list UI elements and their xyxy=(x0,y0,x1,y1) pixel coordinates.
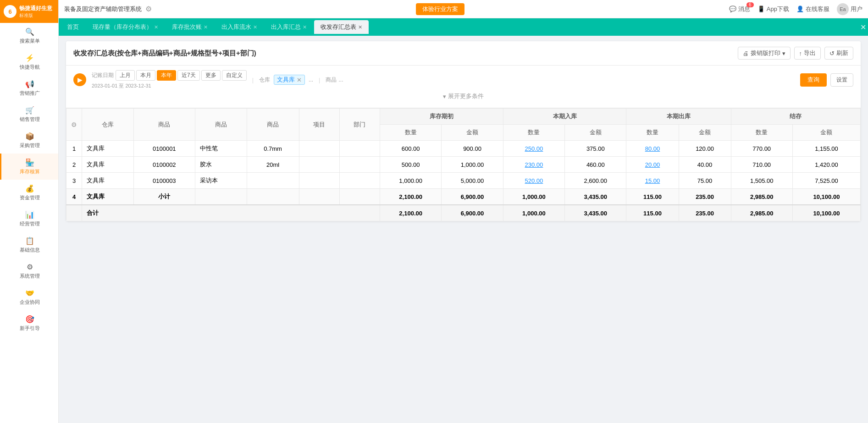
row-bal-amt: 1,420.00 xyxy=(792,157,860,173)
system-name: 装备及固定资产辅助管理系统 xyxy=(64,5,142,13)
row-in-qty[interactable]: 230.00 xyxy=(503,157,564,173)
sidebar-item-marketing[interactable]: 📢营销推广 xyxy=(0,75,58,101)
total-bal-qty: 2,985.00 xyxy=(731,205,792,221)
row-bal-qty: 770.00 xyxy=(731,141,792,157)
expand-more-button[interactable]: ▾ 展开更多条件 xyxy=(73,89,853,103)
tab-batch-account[interactable]: 库存批次账✕ xyxy=(166,20,214,34)
sidebar-item-search[interactable]: 🔍搜索菜单 xyxy=(0,23,58,49)
sidebar-item-quick-nav[interactable]: ⚡快捷导航 xyxy=(0,49,58,75)
sidebar-item-system[interactable]: ⚙系统管理 xyxy=(0,258,58,284)
row-out-amt: 235.00 xyxy=(679,189,731,205)
sidebar-icon-business: 📊 xyxy=(25,210,34,219)
online-service-button[interactable]: 👤 在线客服 xyxy=(796,5,829,13)
row-goods: 采访本 xyxy=(195,173,247,189)
sidebar-item-business[interactable]: 📊经营管理 xyxy=(0,206,58,232)
warehouse-tag-close-icon[interactable]: ✕ xyxy=(297,77,302,83)
sidebar-item-guide[interactable]: 🎯新手引导 xyxy=(0,310,58,336)
col-open-qty: 数量 xyxy=(380,125,441,141)
row-warehouse: 文具库 xyxy=(82,173,134,189)
tab-close-inout-summary[interactable]: ✕ xyxy=(303,24,307,30)
filter-settings-button[interactable]: 设置 xyxy=(830,73,853,87)
total-in-amt: 3,435.00 xyxy=(565,205,626,221)
tab-stock-dist[interactable]: 现存量（库存分布表）✕ xyxy=(86,20,165,34)
sidebar-item-sales[interactable]: 🛒销售管理 xyxy=(0,101,58,127)
table-row: 1 文具库 0100001 中性笔 0.7mm 600.00 900.00 25… xyxy=(66,141,861,157)
tab-close-batch-account[interactable]: ✕ xyxy=(204,24,208,30)
date-options: 上月本月本年近7天更多自定义 xyxy=(116,70,247,81)
col-bal-amt: 金额 xyxy=(792,125,860,141)
row-in-qty[interactable]: 520.00 xyxy=(503,173,564,189)
tab-inout-flow[interactable]: 出入库流水✕ xyxy=(215,20,264,34)
tab-label-batch-account: 库存批次账 xyxy=(172,23,202,31)
sidebar-icon-system: ⚙ xyxy=(27,263,33,271)
print-button[interactable]: 🖨 拨销版打印 ▾ xyxy=(738,47,791,60)
tab-label-inout-summary: 出入库汇总 xyxy=(271,23,301,31)
main-area: 装备及固定资产辅助管理系统 ⚙ 体验行业方案 💬 消息 6 📱 App下载 👤 … xyxy=(59,0,868,423)
tab-close-recv-send-summary[interactable]: ✕ xyxy=(358,24,362,30)
sidebar-item-finance[interactable]: 💰资金管理 xyxy=(0,180,58,206)
message-button[interactable]: 💬 消息 6 xyxy=(729,5,750,13)
col-goods-header: 商品 xyxy=(195,109,247,141)
warehouse-tag[interactable]: 文具库 ✕ xyxy=(274,75,305,85)
total-label: 合计 xyxy=(82,205,380,221)
date-option-4[interactable]: 更多 xyxy=(201,70,221,81)
sidebar: 6 畅捷通好生意 标准版 🔍搜索菜单⚡快捷导航📢营销推广🛒销售管理📦采购管理🏪库… xyxy=(0,0,59,423)
date-option-0[interactable]: 上月 xyxy=(116,70,135,81)
query-button[interactable]: 查询 xyxy=(800,73,827,87)
row-dept xyxy=(339,189,380,205)
settings-icon[interactable]: ⚙ xyxy=(145,5,152,13)
tab-home[interactable]: 首页 xyxy=(61,20,85,34)
row-out-amt: 75.00 xyxy=(679,173,731,189)
row-out-qty[interactable]: 15.00 xyxy=(626,173,679,189)
warehouse-more[interactable]: ... xyxy=(309,77,313,83)
table-settings-icon[interactable]: ⚙ xyxy=(71,121,77,128)
row-warehouse: 文具库 xyxy=(82,141,134,157)
row-out-qty[interactable]: 20.00 xyxy=(626,157,679,173)
row-no: 2 xyxy=(66,157,82,173)
page-content: 收发存汇总表(按仓库+商品编码+商品+规格型号+项目+部门) 🖨 拨销版打印 ▾… xyxy=(59,36,868,423)
tabs-container: 首页现存量（库存分布表）✕库存批次账✕出入库流水✕出入库汇总✕收发存汇总表✕ xyxy=(61,20,369,34)
tab-label-inout-flow: 出入库流水 xyxy=(221,23,251,31)
user-button[interactable]: Ea 用户 xyxy=(837,3,862,15)
row-bal-amt: 10,100.00 xyxy=(792,189,860,205)
row-dept xyxy=(339,173,380,189)
phone-icon: 📱 xyxy=(757,5,765,12)
row-in-amt: 3,435.00 xyxy=(565,189,626,205)
date-option-5[interactable]: 自定义 xyxy=(222,70,247,81)
goods-more[interactable]: ... xyxy=(338,77,343,83)
col-in-amt: 金额 xyxy=(565,125,626,141)
close-all-tabs-icon[interactable]: ✕ xyxy=(860,23,866,32)
sidebar-item-inventory[interactable]: 🏪库存核算 xyxy=(0,154,58,180)
sidebar-icon-guide: 🎯 xyxy=(25,315,34,324)
sidebar-item-basic[interactable]: 📋基础信息 xyxy=(0,232,58,258)
row-no: 1 xyxy=(66,141,82,157)
date-option-1[interactable]: 本月 xyxy=(136,70,155,81)
row-bal-amt: 7,525.00 xyxy=(792,173,860,189)
tab-bar: 首页现存量（库存分布表）✕库存批次账✕出入库流水✕出入库汇总✕收发存汇总表✕ ✕ xyxy=(59,18,868,36)
filter-warehouse-section: 仓库 文具库 ✕ ... xyxy=(259,75,313,85)
sidebar-icon-finance: 💰 xyxy=(25,184,34,193)
tab-close-inout-flow[interactable]: ✕ xyxy=(253,24,257,30)
sidebar-item-purchase[interactable]: 📦采购管理 xyxy=(0,127,58,154)
export-button[interactable]: ↑ 导出 xyxy=(794,47,821,60)
refresh-button[interactable]: ↺ 刷新 xyxy=(824,47,853,60)
date-option-3[interactable]: 近7天 xyxy=(177,70,200,81)
col-out-amt: 金额 xyxy=(679,125,731,141)
row-open-amt: 900.00 xyxy=(442,141,503,157)
row-code: 0100002 xyxy=(133,157,195,173)
sidebar-item-collab[interactable]: 🤝企业协同 xyxy=(0,284,58,310)
date-option-2[interactable]: 本年 xyxy=(157,70,176,81)
total-in-qty: 1,000.00 xyxy=(503,205,564,221)
tab-close-stock-dist[interactable]: ✕ xyxy=(154,24,158,30)
tab-recv-send-summary[interactable]: 收发存汇总表✕ xyxy=(314,20,369,34)
app-download-button[interactable]: 📱 App下载 xyxy=(757,5,789,13)
sidebar-label-search: 搜索菜单 xyxy=(20,38,40,44)
filter-collapse-btn[interactable]: ▶ xyxy=(73,73,86,86)
sidebar-icon-sales: 🛒 xyxy=(25,106,34,115)
row-out-amt: 40.00 xyxy=(679,157,731,173)
expand-icon: ▾ xyxy=(443,93,446,100)
row-in-qty[interactable]: 250.00 xyxy=(503,141,564,157)
row-out-qty[interactable]: 80.00 xyxy=(626,141,679,157)
tab-inout-summary[interactable]: 出入库汇总✕ xyxy=(265,20,313,34)
trial-button[interactable]: 体验行业方案 xyxy=(416,3,464,15)
